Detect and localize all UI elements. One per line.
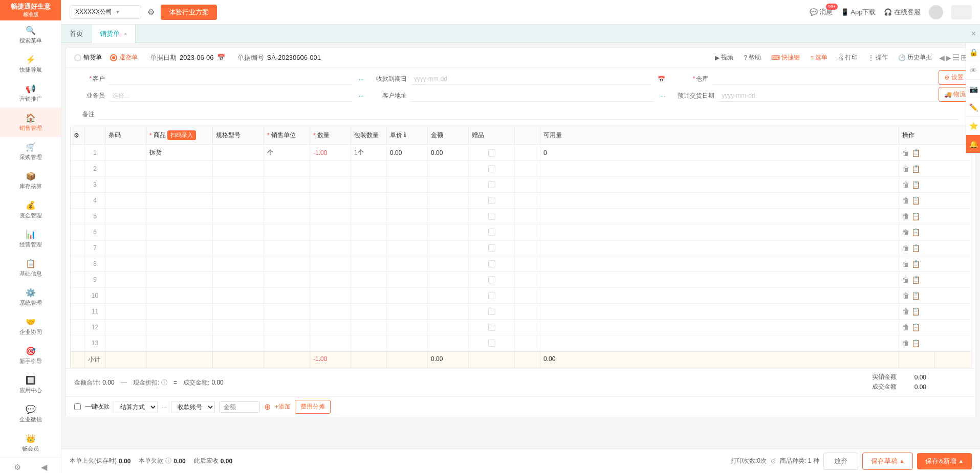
- expense-split-btn[interactable]: 费用分摊: [295, 400, 331, 414]
- sidebar-item-finance[interactable]: 💰 资金管理: [0, 195, 61, 224]
- debt-info-icon[interactable]: ⓘ: [165, 457, 171, 465]
- r9-copy[interactable]: 📋: [911, 276, 920, 284]
- add-label[interactable]: +添加: [275, 402, 291, 411]
- r9-r[interactable]: [515, 272, 540, 287]
- r5-g[interactable]: [469, 209, 515, 224]
- r6-p[interactable]: [146, 224, 213, 240]
- next-btn[interactable]: ▶: [946, 54, 951, 62]
- r7-a[interactable]: [428, 240, 469, 256]
- save-draft-btn[interactable]: 保存草稿 ▲: [862, 453, 913, 470]
- r13-sp[interactable]: [213, 335, 264, 351]
- float-lock-btn[interactable]: 🔒: [966, 43, 980, 61]
- r13-a[interactable]: [428, 335, 469, 351]
- select-btn[interactable]: ≡ 选单: [807, 52, 831, 63]
- r8-sp[interactable]: [213, 256, 264, 272]
- r2-g[interactable]: [469, 161, 515, 176]
- r6-b[interactable]: [105, 224, 146, 240]
- r12-b[interactable]: [105, 320, 146, 335]
- r10-del[interactable]: 🗑: [902, 291, 909, 300]
- r4-p[interactable]: [146, 193, 213, 208]
- r5-copy[interactable]: 📋: [911, 212, 920, 220]
- r11-pr[interactable]: [387, 304, 428, 319]
- sidebar-item-wechat[interactable]: 💬 企业微信: [0, 399, 61, 429]
- r11-p[interactable]: [146, 304, 213, 319]
- sidebar-item-inventory[interactable]: 📦 库存核算: [0, 166, 61, 195]
- customer-input[interactable]: [109, 73, 353, 85]
- r4-a[interactable]: [428, 193, 469, 208]
- discount-info-icon[interactable]: ⓘ: [161, 378, 167, 387]
- add-payment-btn[interactable]: ⊕: [264, 402, 271, 412]
- r8-q[interactable]: [310, 256, 351, 272]
- row-1-qty[interactable]: -1.00: [310, 145, 351, 161]
- tab-sales-order[interactable]: 销货单 ×: [92, 25, 136, 43]
- r13-pq[interactable]: [351, 335, 387, 351]
- r8-pq[interactable]: [351, 256, 387, 272]
- r8-p[interactable]: [146, 256, 213, 272]
- r12-sp[interactable]: [213, 320, 264, 335]
- user-name[interactable]: [951, 5, 972, 19]
- r4-r[interactable]: [515, 193, 540, 208]
- r7-u[interactable]: [264, 240, 310, 256]
- r6-del[interactable]: 🗑: [902, 228, 909, 236]
- r10-q[interactable]: [310, 288, 351, 303]
- r10-pq[interactable]: [351, 288, 387, 303]
- receive-date-input[interactable]: [411, 73, 652, 85]
- r5-b[interactable]: [105, 209, 146, 224]
- r10-b[interactable]: [105, 288, 146, 303]
- customer-picker-btn[interactable]: ···: [359, 76, 364, 83]
- r11-r[interactable]: [515, 304, 540, 319]
- float-edit-btn[interactable]: ✏️: [966, 98, 980, 117]
- r6-copy[interactable]: 📋: [911, 228, 920, 236]
- r6-a[interactable]: [428, 224, 469, 240]
- r3-copy[interactable]: 📋: [911, 181, 920, 189]
- r12-pq[interactable]: [351, 320, 387, 335]
- r6-r[interactable]: [515, 224, 540, 240]
- sidebar-item-operation[interactable]: 📊 经营管理: [0, 224, 61, 254]
- tab-home[interactable]: 首页: [61, 25, 92, 43]
- shortcut-btn[interactable]: ⌨ 快捷键: [768, 52, 803, 63]
- sidebar-item-purchase[interactable]: 🛒 采购管理: [0, 137, 61, 166]
- r2-a[interactable]: [428, 161, 469, 176]
- row-1-unit[interactable]: 个: [264, 145, 310, 161]
- r12-r[interactable]: [515, 320, 540, 335]
- r10-sp[interactable]: [213, 288, 264, 303]
- r6-sp[interactable]: [213, 224, 264, 240]
- radio-sale[interactable]: 销货单: [74, 53, 102, 62]
- r2-copy[interactable]: 📋: [911, 165, 920, 173]
- r12-p[interactable]: [146, 320, 213, 335]
- help-btn[interactable]: ? 帮助: [741, 52, 764, 63]
- r6-pq[interactable]: [351, 224, 387, 240]
- r12-g[interactable]: [469, 320, 515, 335]
- r4-copy[interactable]: 📋: [911, 196, 920, 205]
- r8-u[interactable]: [264, 256, 310, 272]
- r8-b[interactable]: [105, 256, 146, 272]
- user-avatar[interactable]: [929, 5, 943, 19]
- r9-b[interactable]: [105, 272, 146, 287]
- r10-a[interactable]: [428, 288, 469, 303]
- r6-pr[interactable]: [387, 224, 428, 240]
- customer-addr-input[interactable]: [411, 90, 655, 102]
- r8-a[interactable]: [428, 256, 469, 272]
- r4-b[interactable]: [105, 193, 146, 208]
- r5-pr[interactable]: [387, 209, 428, 224]
- r5-pq[interactable]: [351, 209, 387, 224]
- r13-pr[interactable]: [387, 335, 428, 351]
- r8-g[interactable]: [469, 256, 515, 272]
- row-1-product[interactable]: 拆货: [146, 145, 213, 161]
- r11-a[interactable]: [428, 304, 469, 319]
- r2-pq[interactable]: [351, 161, 387, 176]
- r3-b[interactable]: [105, 177, 146, 192]
- r5-sp[interactable]: [213, 209, 264, 224]
- sidebar-item-enterprise[interactable]: 🤝 企业协同: [0, 312, 61, 341]
- r11-pq[interactable]: [351, 304, 387, 319]
- date-calendar-icon[interactable]: 📅: [217, 54, 225, 61]
- r8-pr[interactable]: [387, 256, 428, 272]
- r13-b[interactable]: [105, 335, 146, 351]
- row-1-copy-btn[interactable]: 📋: [911, 149, 920, 157]
- r4-sp[interactable]: [213, 193, 264, 208]
- r4-g[interactable]: [469, 193, 515, 208]
- r13-del[interactable]: 🗑: [902, 339, 909, 347]
- r2-r[interactable]: [515, 161, 540, 176]
- amount-input[interactable]: [219, 401, 260, 413]
- sidebar-item-sales[interactable]: 🏠 销售管理: [0, 108, 61, 137]
